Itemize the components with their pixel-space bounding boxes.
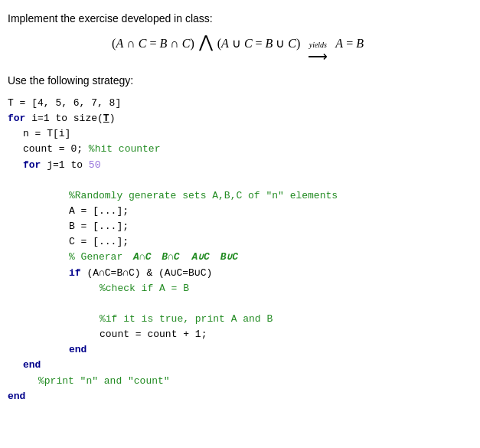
end-keyword-2: end	[23, 359, 41, 371]
code-line-for2: for j=1 to 50	[8, 158, 468, 173]
formula-parens2: (A ∪ C = B ∪ C)	[217, 37, 301, 50]
for-keyword-1: for	[8, 113, 25, 124]
count-assign: = 0;	[53, 143, 89, 155]
blank-line-1	[8, 173, 468, 188]
num-50: 50	[89, 159, 101, 171]
count-var-3: count	[147, 329, 177, 340]
yields-text: yields	[309, 41, 327, 49]
code-line-n: n = T[i]	[8, 126, 468, 142]
code-comment-generar: % Generar A∩C B∩C A∪C B∪C	[8, 250, 468, 265]
code-line-T: T = [4, 5, 6, 7, 8]	[8, 96, 468, 111]
for1-close: )	[109, 113, 116, 124]
code-line-C: C = [...];	[8, 234, 468, 250]
if-keyword: if	[69, 267, 81, 279]
generar-AiC: A∩C	[133, 251, 151, 263]
generar-AuC: A∪C	[191, 251, 209, 263]
check-comment-text: %check if A = B	[100, 283, 189, 294]
count-var-1: count	[23, 143, 53, 155]
code-comment-print: %print "n" and "count"	[8, 374, 468, 389]
strategy-line: Use the following strategy:	[8, 74, 468, 87]
generar-BuC: B∪C	[220, 251, 238, 263]
A-assign: A = [...];	[69, 205, 129, 217]
C-assign: C = [...];	[69, 236, 129, 247]
formula-result: A = B	[335, 37, 364, 50]
math-formula-block: (A ∩ C = B ∩ C) ⋀ (A ∪ C = B ∪ C) yields…	[8, 32, 468, 64]
code-line-B: B = [...];	[8, 219, 468, 234]
generar-BiC: B∩C	[162, 251, 179, 263]
print-comment-text: %print "n" and "count"	[38, 375, 170, 387]
hit-counter-comment: %hit counter	[89, 143, 161, 155]
end-keyword-1: end	[69, 344, 87, 355]
big-and-symbol: ⋀	[199, 32, 213, 51]
code-comment-iftrue: %if it is true, print A and B	[8, 312, 468, 327]
code-block: T = [4, 5, 6, 7, 8] for i=1 to size(T) n…	[8, 96, 468, 404]
code-end3: end	[8, 389, 468, 404]
generar-comment-pct: % Generar	[69, 251, 122, 263]
for1-rest: i=1 to size(	[25, 113, 103, 124]
code-line-count-init: count = 0; %hit counter	[8, 142, 468, 157]
code-end2: end	[8, 358, 468, 373]
code-line-A: A = [...];	[8, 204, 468, 219]
blank-line-2	[8, 296, 468, 312]
code-line-if: if (A∩C=B∩C) & (A∪C=B∪C)	[8, 266, 468, 281]
intro-line: Implement the exercise developed in clas…	[8, 12, 468, 25]
if-condition: (A∩C=B∩C) & (A∪C=B∪C)	[81, 267, 213, 279]
n-assign: n = T[i]	[23, 128, 70, 139]
yields-arrow: yields ⟶	[308, 41, 328, 64]
for-keyword-2: for	[23, 159, 41, 171]
T-assign: T = [4, 5, 6, 7, 8]	[8, 97, 121, 109]
count-eq: =	[129, 329, 147, 340]
count-plus-one: + 1;	[177, 329, 207, 340]
for1-T-bold: T	[103, 113, 109, 124]
gen-comment-text: %Randomly generate sets A,B,C of "n" ele…	[69, 190, 338, 201]
code-end1: end	[8, 342, 468, 358]
yields-arrow-line: ⟶	[308, 50, 328, 64]
code-line-count-incr: count = count + 1;	[8, 327, 468, 342]
count-var-2: count	[100, 329, 129, 340]
for2-rest: j=1 to	[41, 159, 88, 171]
code-comment-check: %check if A = B	[8, 281, 468, 296]
formula-parens1: (A ∩ C = B ∩ C)	[112, 37, 194, 50]
code-line-for1: for i=1 to size(T)	[8, 111, 468, 126]
iftrue-comment-text: %if it is true, print A and B	[100, 313, 273, 325]
B-assign: B = [...];	[69, 221, 129, 232]
end-keyword-3: end	[8, 391, 25, 402]
code-comment-gen: %Randomly generate sets A,B,C of "n" ele…	[8, 188, 468, 204]
